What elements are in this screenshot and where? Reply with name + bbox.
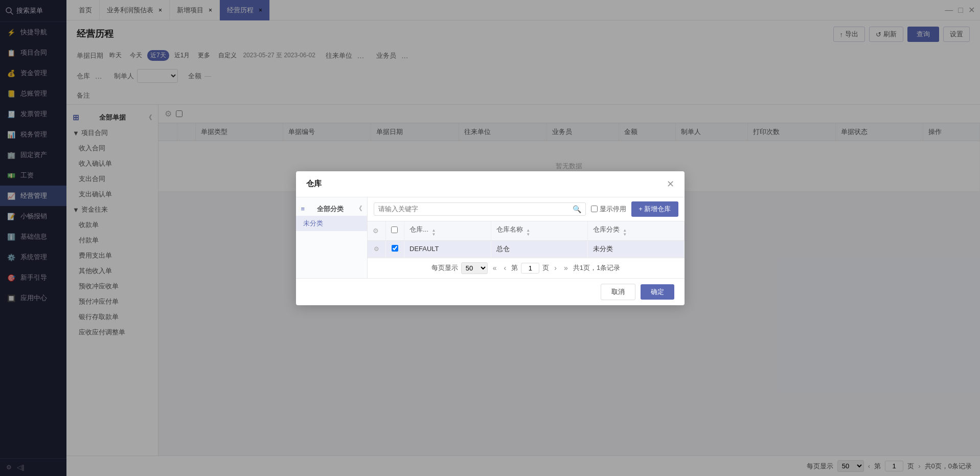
modal-search-box: 🔍 xyxy=(374,202,586,216)
modal-toolbar: 🔍 显示停用 + 新增仓库 xyxy=(368,197,685,221)
sort-name-arrows: ▲ ▼ xyxy=(526,229,530,237)
modal-body: ≡ 全部分类 《 未分类 🔍 显示停用 xyxy=(296,197,685,278)
modal-page-input[interactable] xyxy=(521,263,539,274)
all-categories-label: 全部分类 xyxy=(317,205,344,214)
modal-confirm-button[interactable]: 确定 xyxy=(641,284,674,300)
modal-th-id: 仓库... ▲ ▼ xyxy=(404,221,491,241)
row-checkbox xyxy=(386,240,404,257)
row-category: 未分类 xyxy=(587,240,684,257)
modal-per-page-label: 每页显示 xyxy=(431,263,458,273)
modal-overlay[interactable]: 仓库 ✕ ≡ 全部分类 《 未分类 xyxy=(0,0,980,476)
modal-search-icon: 🔍 xyxy=(573,205,581,213)
sort-category-arrows: ▲ ▼ xyxy=(623,229,627,237)
table-row[interactable]: ⚙ DEFAULT 总仓 未分类 xyxy=(368,240,685,257)
row-gear: ⚙ xyxy=(368,240,386,257)
modal-footer: 取消 确定 xyxy=(296,278,685,305)
modal-page-label: 第 xyxy=(511,263,518,273)
all-categories-icon: ≡ xyxy=(301,205,305,213)
modal-next-page[interactable]: › xyxy=(552,263,559,273)
modal-prev-page[interactable]: ‹ xyxy=(502,263,509,273)
warehouse-modal: 仓库 ✕ ≡ 全部分类 《 未分类 xyxy=(296,171,685,305)
modal-table-panel: 🔍 显示停用 + 新增仓库 ⚙ xyxy=(368,197,685,278)
show-disabled-checkbox[interactable] xyxy=(591,206,598,212)
modal-per-page-select[interactable]: 50 100 xyxy=(461,262,488,274)
row-gear-icon: ⚙ xyxy=(374,245,379,253)
modal-page-suffix: 页 xyxy=(542,263,549,273)
collapse-category-icon[interactable]: 《 xyxy=(356,205,362,213)
modal-table-area: ⚙ 仓库... ▲ ▼ xyxy=(368,221,685,258)
modal-pagination: 每页显示 50 100 « ‹ 第 页 › » 共1页，1条记录 xyxy=(368,258,685,278)
show-disabled-label: 显示停用 xyxy=(591,205,626,214)
modal-th-category: 仓库分类 ▲ ▼ xyxy=(587,221,684,241)
gear-config-icon[interactable]: ⚙ xyxy=(373,227,379,235)
add-warehouse-button[interactable]: + 新增仓库 xyxy=(631,201,678,217)
modal-last-page[interactable]: » xyxy=(562,263,570,273)
category-list: 未分类 xyxy=(296,216,367,273)
all-categories-header[interactable]: ≡ 全部分类 《 xyxy=(296,202,367,216)
modal-th-name: 仓库名称 ▲ ▼ xyxy=(491,221,587,241)
modal-search-input[interactable] xyxy=(378,205,571,213)
sort-id-arrows: ▲ ▼ xyxy=(431,229,436,237)
modal-select-all[interactable] xyxy=(391,226,398,233)
modal-category-panel: ≡ 全部分类 《 未分类 xyxy=(296,197,368,278)
modal-first-page[interactable]: « xyxy=(491,263,499,273)
modal-total: 共1页，1条记录 xyxy=(573,263,620,273)
modal-title: 仓库 xyxy=(306,179,322,189)
modal-th-checkbox xyxy=(386,221,404,241)
row-id: DEFAULT xyxy=(404,240,491,257)
modal-header: 仓库 ✕ xyxy=(296,171,685,197)
modal-warehouse-table: ⚙ 仓库... ▲ ▼ xyxy=(368,221,685,258)
modal-cancel-button[interactable]: 取消 xyxy=(601,284,635,300)
row-select-checkbox[interactable] xyxy=(392,245,398,252)
category-unclassified[interactable]: 未分类 xyxy=(296,216,367,231)
modal-close-button[interactable]: ✕ xyxy=(667,178,674,190)
row-name: 总仓 xyxy=(491,240,587,257)
modal-th-gear: ⚙ xyxy=(368,221,386,241)
